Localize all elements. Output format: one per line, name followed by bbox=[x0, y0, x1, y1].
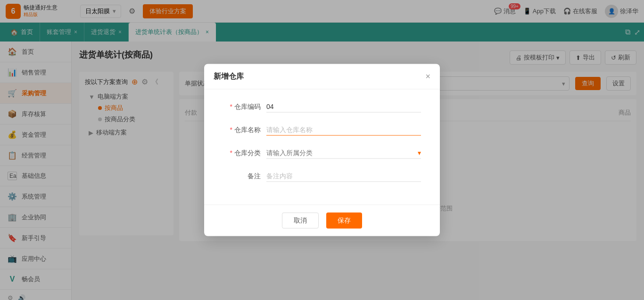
warehouse-category-input[interactable] bbox=[266, 147, 418, 158]
modal-header: 新增仓库 × bbox=[204, 64, 440, 90]
modal-footer: 取消 保存 bbox=[204, 205, 440, 236]
category-dropdown-icon: ▾ bbox=[418, 149, 421, 157]
warehouse-code-row: 仓库编码 bbox=[223, 101, 421, 113]
warehouse-name-label: 仓库名称 bbox=[223, 125, 261, 134]
warehouse-code-input-wrap bbox=[266, 101, 421, 113]
warehouse-category-select[interactable]: ▾ bbox=[266, 147, 421, 159]
save-button[interactable]: 保存 bbox=[326, 213, 362, 229]
warehouse-category-label: 仓库分类 bbox=[223, 149, 261, 157]
cancel-button[interactable]: 取消 bbox=[282, 213, 319, 229]
modal-body: 仓库编码 仓库名称 仓库分类 ▾ 备注 bbox=[204, 90, 440, 205]
warehouse-name-input[interactable] bbox=[266, 124, 421, 136]
modal-title: 新增仓库 bbox=[214, 72, 244, 82]
warehouse-name-input-wrap bbox=[266, 124, 421, 136]
warehouse-code-input[interactable] bbox=[266, 101, 421, 113]
warehouse-remark-input[interactable] bbox=[266, 170, 421, 182]
warehouse-remark-row: 备注 bbox=[223, 170, 421, 182]
warehouse-category-row: 仓库分类 ▾ bbox=[223, 147, 421, 159]
add-warehouse-modal: 新增仓库 × 仓库编码 仓库名称 仓库分类 ▾ 备注 bbox=[204, 64, 440, 236]
warehouse-remark-label: 备注 bbox=[223, 172, 261, 180]
warehouse-code-label: 仓库编码 bbox=[223, 102, 261, 111]
modal-close-button[interactable]: × bbox=[425, 72, 430, 82]
warehouse-name-row: 仓库名称 bbox=[223, 124, 421, 136]
warehouse-remark-input-wrap bbox=[266, 170, 421, 182]
